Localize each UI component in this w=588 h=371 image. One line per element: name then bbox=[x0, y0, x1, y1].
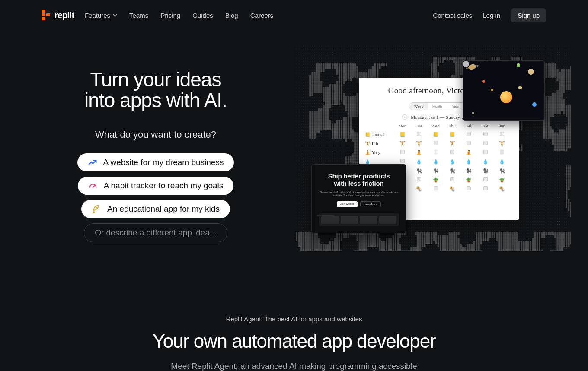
habit-cell[interactable] bbox=[411, 177, 427, 183]
habit-cell[interactable]: 🌯 bbox=[444, 186, 460, 192]
habit-cell[interactable] bbox=[477, 186, 493, 192]
habit-cell[interactable]: 🪴 bbox=[460, 177, 477, 183]
hero-title-line-2: into apps with AI. bbox=[84, 89, 227, 111]
habit-cell[interactable] bbox=[460, 132, 477, 137]
habit-cell[interactable]: 🧘 bbox=[411, 150, 427, 155]
ship-headline-l2: with less friction bbox=[334, 180, 384, 187]
habit-cell[interactable]: 💧 bbox=[460, 159, 477, 165]
jupiter-icon bbox=[528, 69, 534, 75]
nav-careers-label: Careers bbox=[250, 12, 273, 19]
nav-teams-label: Teams bbox=[129, 12, 148, 19]
habit-cell[interactable]: 💧 bbox=[411, 159, 427, 165]
nav-careers[interactable]: Careers bbox=[250, 12, 273, 19]
habit-cell[interactable]: 🧘 bbox=[460, 150, 477, 155]
habit-cell[interactable] bbox=[494, 150, 510, 155]
svg-line-1 bbox=[93, 185, 95, 187]
habit-cell[interactable]: 🐈‍⬛ bbox=[477, 168, 493, 174]
habit-cell[interactable] bbox=[477, 141, 493, 146]
habit-cell[interactable] bbox=[428, 141, 444, 146]
habit-greeting-text: Good afternoon, Victoria bbox=[388, 86, 473, 95]
agent-body: Meet Replit Agent, an advanced AI making… bbox=[69, 361, 519, 371]
nav-features[interactable]: Features bbox=[85, 12, 117, 19]
gauge-icon bbox=[88, 181, 98, 190]
habit-tab-week[interactable]: Week bbox=[409, 103, 428, 110]
hero-left: Turn your ideas into apps with AI. What … bbox=[17, 43, 294, 242]
prev-week-icon[interactable]: ‹ bbox=[402, 114, 407, 120]
habit-tab-month[interactable]: Month bbox=[428, 103, 447, 110]
demo-card-ship: Ship better products with less friction … bbox=[311, 164, 406, 233]
habit-day-header: Tue bbox=[411, 124, 427, 128]
top-nav: replit Features Teams Pricing Guides Blo… bbox=[0, 0, 588, 30]
nav-login[interactable]: Log in bbox=[483, 12, 500, 19]
nav-contact-sales[interactable]: Contact sales bbox=[433, 12, 472, 19]
habit-cell[interactable]: 🏋️ bbox=[494, 141, 510, 146]
habit-day-header: Thu bbox=[444, 124, 460, 128]
habit-cell[interactable]: 🏋️ bbox=[394, 141, 411, 146]
ship-learn-more-button[interactable]: Learn More bbox=[360, 201, 381, 207]
habit-cell[interactable]: 🐈‍⬛ bbox=[428, 168, 444, 174]
habit-cell[interactable] bbox=[428, 150, 444, 155]
habit-tab-year[interactable]: Year bbox=[446, 103, 465, 110]
habit-cell[interactable]: 🐈‍⬛ bbox=[460, 168, 477, 174]
habit-cell[interactable]: 🐈‍⬛ bbox=[411, 168, 427, 174]
habit-cell[interactable] bbox=[477, 177, 493, 183]
nav-teams[interactable]: Teams bbox=[129, 12, 148, 19]
habit-cell[interactable]: 🐈‍⬛ bbox=[494, 168, 510, 174]
habit-cell[interactable]: 🏋️ bbox=[411, 141, 427, 146]
habit-range-tabs[interactable]: Week Month Year bbox=[409, 102, 465, 110]
habit-cell[interactable] bbox=[460, 186, 477, 192]
nav-guides[interactable]: Guides bbox=[192, 12, 213, 19]
habit-cell[interactable] bbox=[494, 132, 510, 137]
option-habit-tracker[interactable]: A habit tracker to reach my goals bbox=[78, 177, 234, 195]
sun-icon bbox=[500, 91, 512, 103]
ship-panel bbox=[341, 216, 358, 224]
habit-cell[interactable]: 🌯 bbox=[411, 186, 427, 192]
brand-logo[interactable]: replit bbox=[42, 10, 74, 21]
habit-day-header: Mon bbox=[394, 124, 411, 128]
option-educational[interactable]: An educational app for my kids bbox=[81, 200, 230, 218]
option-website[interactable]: A website for my dream business bbox=[77, 153, 234, 171]
habit-cell[interactable] bbox=[394, 150, 411, 155]
earth-icon bbox=[532, 102, 537, 107]
habit-cell[interactable] bbox=[477, 132, 493, 137]
habit-cell[interactable] bbox=[460, 141, 477, 146]
habit-cell[interactable]: 💧 bbox=[444, 159, 460, 165]
habit-cell[interactable]: 📒 bbox=[444, 132, 460, 137]
habit-cell[interactable] bbox=[444, 150, 460, 155]
habit-cell[interactable]: 💧 bbox=[477, 159, 493, 165]
habit-cell[interactable]: 🌯 bbox=[494, 186, 510, 192]
planet-icon bbox=[517, 63, 520, 67]
nav-features-label: Features bbox=[85, 12, 110, 19]
custom-idea-input[interactable]: Or describe a different app idea... bbox=[84, 223, 227, 242]
habit-cell[interactable]: 💧 bbox=[428, 159, 444, 165]
ship-panel bbox=[379, 216, 397, 224]
ship-join-waitlist-button[interactable]: Join Waitlist bbox=[337, 201, 358, 207]
habit-cell[interactable] bbox=[444, 177, 460, 183]
mercury-icon bbox=[491, 89, 493, 91]
signup-button[interactable]: Sign up bbox=[511, 8, 546, 22]
habit-cell[interactable]: 💧 bbox=[494, 159, 510, 165]
nav-guides-label: Guides bbox=[192, 12, 213, 19]
nav-blog[interactable]: Blog bbox=[225, 12, 238, 19]
habit-day-header: Sun bbox=[494, 124, 510, 128]
habit-cell[interactable]: 🪴 bbox=[494, 177, 510, 183]
nav-pricing-label: Pricing bbox=[160, 12, 180, 19]
habit-cell[interactable]: 📒 bbox=[428, 132, 444, 137]
habit-cell[interactable]: 📒 bbox=[394, 132, 411, 137]
habit-cell[interactable] bbox=[428, 186, 444, 192]
trending-up-icon bbox=[88, 158, 97, 167]
habit-cell[interactable]: 🐈‍⬛ bbox=[444, 168, 460, 174]
habit-cell[interactable]: 🏋️ bbox=[444, 141, 460, 146]
habit-cell[interactable] bbox=[477, 150, 493, 155]
ship-headline-l1: Ship better products bbox=[328, 172, 390, 180]
primary-nav: Features Teams Pricing Guides Blog Caree… bbox=[85, 12, 273, 19]
ship-panel bbox=[321, 216, 339, 224]
option-habit-label: A habit tracker to reach my goals bbox=[104, 181, 224, 190]
mars-icon bbox=[482, 80, 485, 83]
nav-pricing[interactable]: Pricing bbox=[160, 12, 180, 19]
ship-buttons: Join Waitlist Learn More bbox=[319, 201, 399, 207]
habit-cell[interactable]: 🪴 bbox=[428, 177, 444, 183]
hero-title: Turn your ideas into apps with AI. bbox=[84, 69, 227, 111]
ship-headline: Ship better products with less friction bbox=[319, 172, 399, 187]
habit-cell[interactable] bbox=[411, 132, 427, 137]
